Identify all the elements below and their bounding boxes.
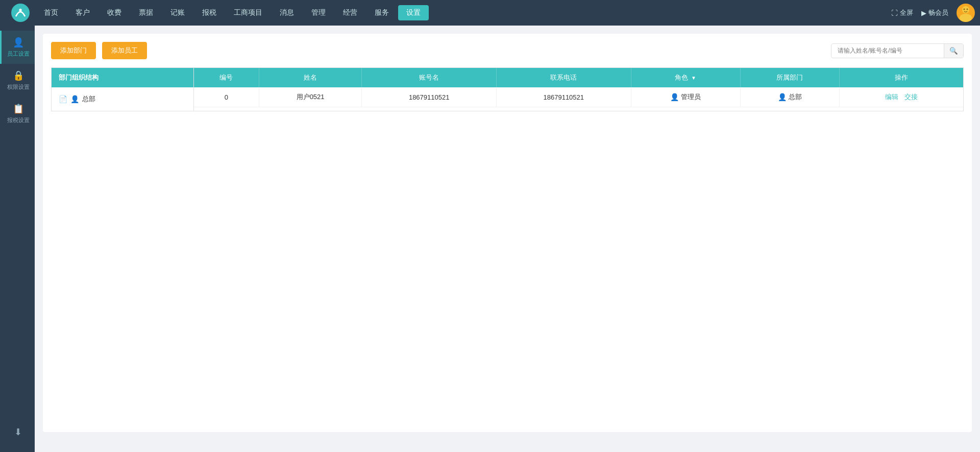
- transfer-button[interactable]: 交接: [904, 93, 918, 101]
- search-area: 🔍: [831, 43, 964, 58]
- sidebar-item-tax[interactable]: 📋 报税设置: [0, 97, 35, 130]
- nav-item-经营[interactable]: 经营: [335, 5, 365, 20]
- svg-point-4: [964, 9, 965, 10]
- dept-cell-label: 总部: [789, 92, 802, 102]
- fullscreen-label: 全屏: [900, 8, 913, 17]
- table-row: 0 用户0521 18679110521 18679110521 👤 管理员: [194, 87, 963, 107]
- add-dept-button[interactable]: 添加部门: [51, 42, 96, 59]
- filter-icon: ▼: [691, 75, 696, 81]
- nav-item-报税[interactable]: 报税: [194, 5, 225, 20]
- dept-tree: 部门组织结构 📄 👤 总部: [51, 67, 194, 111]
- logo: [5, 4, 36, 22]
- dept-item-general[interactable]: 📄 👤 总部: [59, 92, 186, 106]
- nav-item-工商项目[interactable]: 工商项目: [226, 5, 271, 20]
- svg-point-3: [960, 14, 972, 22]
- nav-item-客户[interactable]: 客户: [67, 5, 98, 20]
- role-label: 管理员: [681, 92, 701, 102]
- cell-dept: 👤 总部: [740, 87, 839, 107]
- cell-id: 0: [194, 87, 259, 107]
- nav-item-记账[interactable]: 记账: [162, 5, 193, 20]
- search-button[interactable]: 🔍: [944, 44, 963, 58]
- content-card: 添加部门 添加员工 🔍 部门组织结构 📄 👤 总部: [43, 34, 972, 432]
- download-icon: ⬇: [14, 426, 22, 438]
- svg-point-1: [19, 9, 21, 11]
- employee-table: 编号 姓名 账号名 联系电话 角色 ▼ 所属部门 操作 0 用户0521: [194, 67, 964, 111]
- role-user-icon: 👤: [670, 93, 679, 101]
- dept-user-icon: 👤: [70, 95, 79, 103]
- vip-icon: ▶: [921, 9, 926, 17]
- fullscreen-icon: ⛶: [891, 9, 898, 17]
- sidebar-bottom: ⬇: [11, 420, 24, 444]
- cell-phone: 18679110521: [496, 87, 631, 107]
- dept-name: 总部: [82, 94, 95, 104]
- col-account: 账号名: [362, 68, 497, 87]
- sidebar-item-employee-label: 员工设置: [7, 50, 30, 58]
- sidebar-item-tax-label: 报税设置: [7, 116, 30, 124]
- col-dept: 所属部门: [740, 68, 839, 87]
- vip-label: 畅会员: [928, 8, 948, 17]
- col-actions: 操作: [840, 68, 963, 87]
- svg-point-0: [11, 4, 30, 22]
- nav-item-票据[interactable]: 票据: [131, 5, 161, 20]
- nav-item-设置[interactable]: 设置: [398, 5, 429, 20]
- nav-item-服务[interactable]: 服务: [366, 5, 397, 20]
- table-layout: 部门组织结构 📄 👤 总部 编号 姓名 账号名: [51, 67, 964, 111]
- vip-button[interactable]: ▶ 畅会员: [921, 8, 948, 17]
- col-phone: 联系电话: [496, 68, 631, 87]
- cell-actions: 编辑 交接: [840, 87, 963, 107]
- dept-tree-header: 部门组织结构: [52, 68, 193, 87]
- dept-tree-body: 📄 👤 总部: [52, 87, 193, 111]
- edit-button[interactable]: 编辑: [885, 93, 898, 101]
- dept-file-icon: 📄: [59, 95, 67, 103]
- cell-account: 18679110521: [362, 87, 497, 107]
- sidebar-item-permission-label: 权限设置: [7, 83, 30, 91]
- main-content: 添加部门 添加员工 🔍 部门组织结构 📄 👤 总部: [35, 26, 980, 452]
- col-id: 编号: [194, 68, 259, 87]
- table-body: 0 用户0521 18679110521 18679110521 👤 管理员: [194, 87, 963, 107]
- employee-icon: 👤: [13, 37, 24, 48]
- sidebar-download-button[interactable]: ⬇: [11, 420, 24, 444]
- cell-name: 用户0521: [259, 87, 362, 107]
- search-icon: 🔍: [949, 47, 958, 55]
- search-input[interactable]: [831, 44, 944, 57]
- cell-role: 👤 管理员: [631, 87, 740, 107]
- add-employee-button[interactable]: 添加员工: [102, 42, 147, 59]
- nav-right: ⛶ 全屏 ▶ 畅会员: [891, 4, 975, 22]
- avatar[interactable]: [957, 4, 975, 22]
- sidebar: 👤 员工设置 🔒 权限设置 📋 报税设置 ⬇: [0, 26, 35, 452]
- tax-icon: 📋: [13, 103, 24, 114]
- employee-data-table: 编号 姓名 账号名 联系电话 角色 ▼ 所属部门 操作 0 用户0521: [194, 68, 963, 107]
- dept-cell-user-icon: 👤: [778, 93, 787, 101]
- sidebar-item-permission[interactable]: 🔒 权限设置: [0, 64, 35, 97]
- permission-icon: 🔒: [13, 70, 24, 81]
- nav-item-消息[interactable]: 消息: [272, 5, 302, 20]
- nav-items: 首页客户收费票据记账报税工商项目消息管理经营服务设置: [36, 5, 891, 20]
- top-nav: 首页客户收费票据记账报税工商项目消息管理经营服务设置 ⛶ 全屏 ▶ 畅会员: [0, 0, 980, 26]
- sidebar-item-employee[interactable]: 👤 员工设置: [0, 31, 35, 64]
- col-name: 姓名: [259, 68, 362, 87]
- toolbar: 添加部门 添加员工 🔍: [51, 42, 964, 59]
- fullscreen-button[interactable]: ⛶ 全屏: [891, 8, 913, 17]
- table-header: 编号 姓名 账号名 联系电话 角色 ▼ 所属部门 操作: [194, 68, 963, 87]
- table-header-row: 编号 姓名 账号名 联系电话 角色 ▼ 所属部门 操作: [194, 68, 963, 87]
- nav-item-管理[interactable]: 管理: [303, 5, 334, 20]
- svg-point-5: [967, 9, 968, 10]
- nav-item-首页[interactable]: 首页: [36, 5, 66, 20]
- col-role[interactable]: 角色 ▼: [631, 68, 740, 87]
- nav-item-收费[interactable]: 收费: [99, 5, 130, 20]
